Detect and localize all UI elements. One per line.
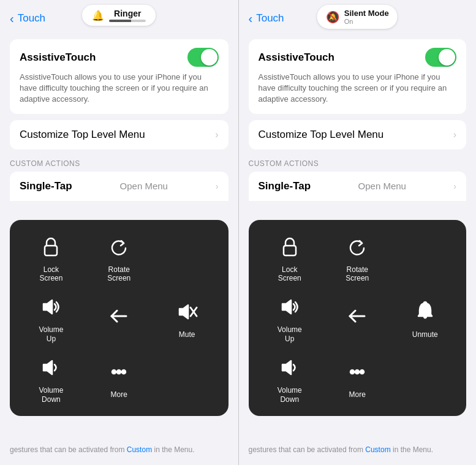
toggle-thumb	[201, 49, 217, 66]
lock-screen-label-panel2: LockScreen	[278, 265, 301, 283]
volume-down-icon	[36, 353, 66, 382]
single-tap-row-panel2[interactable]: Single-Tap Open Menu ›	[249, 172, 467, 201]
open-menu-label-panel2: Open Menu	[358, 181, 406, 191]
bottom-desc-text-panel1: gestures that can be activated from Cust…	[10, 445, 229, 455]
popup-unmute-panel2[interactable]: Unmute	[410, 297, 440, 339]
silent-pill: 🔕 Silent Mode On	[317, 5, 398, 29]
content-panel1: AssistiveTouch AssistiveTouch allows you…	[0, 39, 238, 149]
svg-rect-10	[284, 246, 296, 255]
customize-chevron-icon: ›	[215, 129, 218, 140]
popup-more-panel2[interactable]: More	[342, 357, 372, 399]
section-header-panel1: CUSTOM ACTIONS	[0, 149, 238, 172]
customize-chevron-icon-2: ›	[453, 129, 456, 140]
volume-up-label-panel1: VolumeUp	[39, 325, 63, 343]
ringer-title: Ringer	[114, 9, 141, 18]
lock-icon-2	[275, 232, 304, 262]
more-label-panel2: More	[349, 390, 366, 399]
volume-up-icon-2	[275, 292, 304, 322]
unmute-label-panel2: Unmute	[412, 330, 438, 339]
bottom-desc-text-panel2: gestures that can be activated from Cust…	[249, 445, 467, 455]
single-tap-row-panel1[interactable]: Single-Tap Open Menu ›	[10, 172, 229, 201]
content-panel2: AssistiveTouch AssistiveTouch allows you…	[239, 39, 477, 149]
popup-rotate-screen-panel1[interactable]: RotateScreen	[104, 232, 134, 283]
more-label-panel1: More	[111, 390, 127, 399]
at-popup-panel2: LockScreen RotateScreen	[249, 220, 467, 416]
mute-bell-icon	[172, 297, 202, 327]
back-button-panel1[interactable]: ‹ Touch	[10, 12, 45, 26]
section-header-panel2: CUSTOM ACTIONS	[239, 149, 477, 172]
toggle-thumb-2	[439, 49, 455, 66]
back-label-panel1: Touch	[18, 12, 45, 25]
single-tap-label-panel1: Single-Tap	[20, 180, 72, 192]
rotate-icon-2	[342, 232, 372, 262]
svg-marker-3	[179, 305, 188, 319]
volume-down-icon-2	[275, 353, 304, 382]
rotate-screen-label-panel2: RotateScreen	[346, 265, 369, 283]
svg-marker-1	[43, 300, 52, 314]
assistivetouch-card-panel1: AssistiveTouch AssistiveTouch allows you…	[10, 39, 229, 114]
assistivetouch-desc-panel2: AssistiveTouch allows you to use your iP…	[259, 72, 457, 105]
popup-arrow-panel2[interactable]	[342, 301, 372, 335]
panel-unmuted: ‹ Touch 🔕 Silent Mode On AssistiveTouch …	[238, 0, 477, 465]
svg-point-16	[355, 370, 359, 374]
assistivetouch-title-panel1: AssistiveTouch	[20, 51, 96, 64]
svg-marker-11	[282, 300, 291, 314]
popup-more-panel1[interactable]: More	[104, 357, 134, 399]
svg-point-9	[122, 370, 126, 374]
silent-subtitle: On	[344, 18, 389, 25]
assistivetouch-card-panel2: AssistiveTouch AssistiveTouch allows you…	[249, 39, 467, 114]
back-button-panel2[interactable]: ‹ Touch	[249, 12, 284, 26]
popup-volume-down-panel1[interactable]: VolumeDown	[36, 353, 66, 404]
volume-up-label-panel2: VolumeUp	[278, 325, 302, 343]
svg-point-13	[424, 302, 426, 304]
bell-icon: 🔔	[92, 10, 104, 21]
svg-rect-0	[45, 246, 57, 255]
popup-grid-panel1: LockScreen RotateScreen	[20, 232, 219, 404]
bell-icon-2	[410, 297, 440, 327]
rotate-screen-label-panel1: RotateScreen	[107, 265, 130, 283]
header-panel1: ‹ Touch 🔔 Ringer	[0, 0, 238, 34]
customize-label-panel2: Customize Top Level Menu	[259, 129, 384, 141]
customize-menu-panel2[interactable]: Customize Top Level Menu ›	[249, 120, 467, 149]
arrow-left-icon	[104, 301, 134, 331]
volume-down-label-panel1: VolumeDown	[39, 386, 63, 404]
more-dots-icon-2	[342, 357, 372, 387]
rotate-icon	[104, 232, 134, 262]
back-chevron-icon: ‹	[10, 12, 14, 26]
popup-rotate-screen-panel2[interactable]: RotateScreen	[342, 232, 372, 283]
back-label-panel2: Touch	[256, 12, 284, 25]
customize-label-panel1: Customize Top Level Menu	[20, 129, 145, 141]
volume-up-icon	[36, 292, 66, 322]
ringer-bar	[109, 20, 146, 22]
popup-lock-screen-panel1[interactable]: LockScreen	[36, 232, 66, 283]
svg-point-15	[350, 370, 354, 374]
popup-volume-up-panel1[interactable]: VolumeUp	[36, 292, 66, 343]
arrow-left-icon-2	[342, 301, 372, 331]
header-panel2: ‹ Touch 🔕 Silent Mode On	[239, 0, 477, 34]
svg-point-8	[117, 370, 121, 374]
popup-arrow-panel1[interactable]	[104, 301, 134, 335]
single-tap-label-panel2: Single-Tap	[259, 180, 311, 192]
assistivetouch-toggle-panel2[interactable]	[425, 48, 456, 67]
bottom-desc-panel1: gestures that can be activated from Cust…	[0, 440, 238, 465]
lock-screen-label-panel1: LockScreen	[39, 265, 62, 283]
row-chevron-icon-panel1: ›	[216, 181, 219, 191]
ringer-pill: 🔔 Ringer	[82, 5, 156, 26]
assistivetouch-desc-panel1: AssistiveTouch allows you to use your iP…	[20, 72, 219, 105]
open-menu-label-panel1: Open Menu	[120, 181, 168, 191]
popup-volume-up-panel2[interactable]: VolumeUp	[275, 292, 304, 343]
bottom-desc-panel2: gestures that can be activated from Cust…	[239, 440, 477, 465]
customize-menu-panel1[interactable]: Customize Top Level Menu ›	[10, 120, 229, 149]
popup-volume-down-panel2[interactable]: VolumeDown	[275, 353, 304, 404]
popup-mute-panel1[interactable]: Mute	[172, 297, 202, 339]
silent-title: Silent Mode	[344, 9, 389, 18]
assistivetouch-title-panel2: AssistiveTouch	[259, 51, 334, 64]
panel-muted: ‹ Touch 🔔 Ringer AssistiveTouch Assistiv…	[0, 0, 238, 465]
lock-icon	[36, 232, 66, 262]
mute-label-panel1: Mute	[179, 330, 195, 339]
assistivetouch-toggle-panel1[interactable]	[187, 48, 219, 67]
svg-marker-6	[43, 361, 52, 374]
popup-lock-screen-panel2[interactable]: LockScreen	[275, 232, 304, 283]
volume-down-label-panel2: VolumeDown	[278, 386, 302, 404]
svg-point-7	[112, 370, 116, 374]
